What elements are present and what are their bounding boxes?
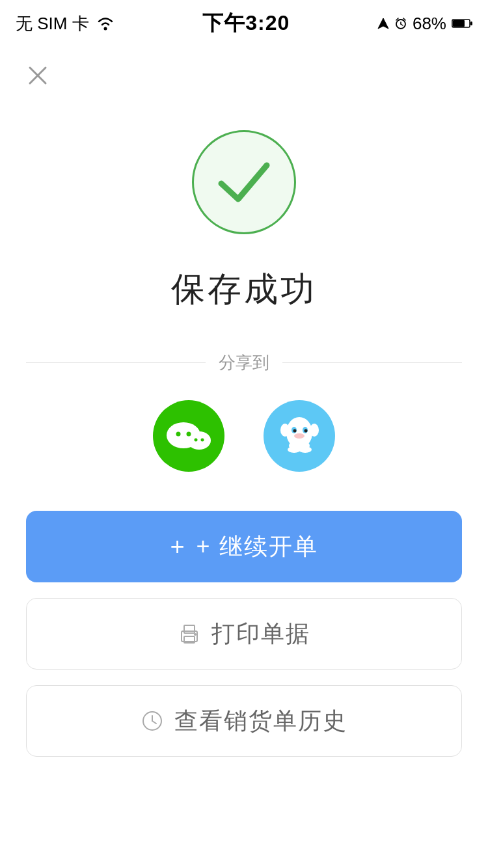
nav-bar xyxy=(0,47,488,104)
qq-share-button[interactable] xyxy=(264,400,335,472)
qq-logo xyxy=(278,413,321,459)
print-label: 打印单据 xyxy=(211,618,310,650)
wechat-share-button[interactable] xyxy=(153,400,224,472)
close-button[interactable] xyxy=(20,57,56,94)
location-icon xyxy=(377,18,389,29)
no-sim-text: 无 SIM 卡 xyxy=(16,12,89,35)
status-left: 无 SIM 卡 xyxy=(16,12,115,35)
svg-point-24 xyxy=(304,429,307,433)
svg-point-16 xyxy=(195,439,198,442)
history-icon xyxy=(141,709,164,733)
action-buttons: + + 继续开单 打印单据 查看销货单历史 xyxy=(26,511,462,757)
svg-point-20 xyxy=(310,424,319,437)
main-content: 保存成功 分享到 xyxy=(0,104,488,796)
svg-point-15 xyxy=(187,432,191,437)
divider-left xyxy=(26,362,206,363)
svg-point-0 xyxy=(103,27,107,31)
share-icons xyxy=(26,400,462,472)
battery-icon xyxy=(452,18,472,29)
history-label: 查看销货单历史 xyxy=(174,705,347,737)
svg-rect-30 xyxy=(184,625,195,633)
svg-rect-8 xyxy=(453,20,465,27)
svg-point-32 xyxy=(194,633,197,636)
svg-point-14 xyxy=(176,432,181,437)
print-icon xyxy=(178,622,201,645)
checkmark-icon xyxy=(215,156,273,208)
wechat-logo xyxy=(165,416,212,456)
svg-point-28 xyxy=(289,441,310,451)
svg-point-23 xyxy=(293,429,296,433)
svg-marker-1 xyxy=(378,18,388,29)
svg-line-35 xyxy=(152,721,156,724)
svg-point-17 xyxy=(201,439,204,442)
continue-label: + 继续开单 xyxy=(197,531,318,563)
share-divider: 分享到 xyxy=(26,351,462,374)
share-label: 分享到 xyxy=(219,351,269,374)
success-icon-circle xyxy=(192,130,296,234)
success-title: 保存成功 xyxy=(171,267,317,312)
continue-icon: + xyxy=(170,533,185,561)
continue-order-button[interactable]: + + 继续开单 xyxy=(26,511,462,582)
share-section: 分享到 xyxy=(26,351,462,472)
status-bar: 无 SIM 卡 下午3:20 68% xyxy=(0,0,488,47)
print-button[interactable]: 打印单据 xyxy=(26,598,462,670)
battery-percent: 68% xyxy=(413,14,446,34)
history-button[interactable]: 查看销货单历史 xyxy=(26,685,462,757)
alarm-icon xyxy=(394,17,407,30)
svg-line-4 xyxy=(401,24,403,25)
svg-rect-9 xyxy=(470,21,472,25)
svg-point-25 xyxy=(294,433,305,439)
svg-point-19 xyxy=(280,424,290,437)
divider-right xyxy=(282,362,462,363)
status-right: 68% xyxy=(377,14,472,34)
close-icon xyxy=(27,64,49,87)
wifi-icon xyxy=(96,16,115,31)
status-time: 下午3:20 xyxy=(202,9,290,38)
